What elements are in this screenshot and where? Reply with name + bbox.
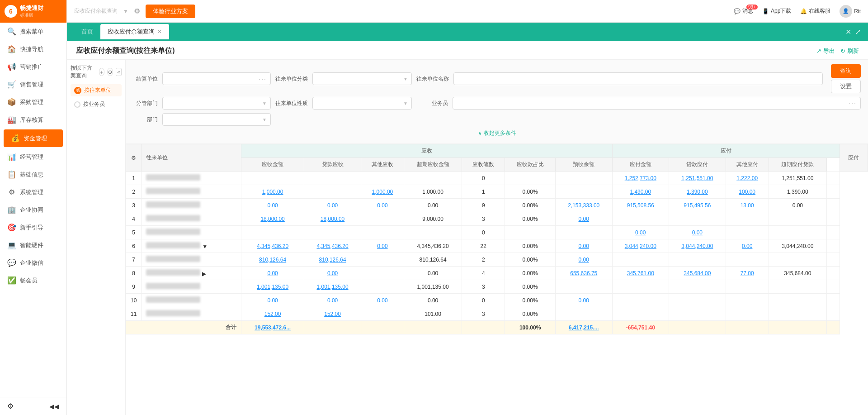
row-loan-ap[interactable]: 345,684.00 (669, 267, 726, 280)
row-ar-amount[interactable]: 18,000.00 (241, 212, 304, 226)
sidebar-item-inventory[interactable]: 🏭 库存核算 (0, 111, 66, 129)
row-ar-amount[interactable]: 0.00 (241, 199, 304, 212)
row-ar-amount[interactable]: 4,345,436.20 (241, 239, 304, 253)
messages-button[interactable]: 💬 消息 99+ (734, 7, 753, 15)
row-other-ap[interactable]: 100.00 (726, 185, 769, 199)
sidebar-item-business[interactable]: 📊 经营管理 (0, 148, 66, 166)
row-other-ap[interactable]: 13.00 (726, 199, 769, 212)
sidebar-item-search-menu[interactable]: 🔍 搜索菜单 (0, 23, 66, 40)
query-mode-by-unit[interactable]: 畅 按往来单位 (71, 84, 122, 96)
tab-ar-ap-query[interactable]: 应收应付余额查询 ✕ (100, 24, 169, 39)
row-ar-amount[interactable]: 0.00 (241, 294, 304, 307)
sidebar-item-purchase[interactable]: 📦 采购管理 (0, 93, 66, 111)
row-loan-ap[interactable]: 3,044,240.00 (669, 239, 726, 253)
salesperson-input[interactable]: ··· (453, 97, 861, 110)
settlement-unit-input[interactable]: ··· (162, 72, 271, 85)
tab-close-window-button[interactable]: ✕ (845, 28, 851, 36)
row-ap-amount[interactable]: 915,508.56 (612, 199, 669, 212)
row-loan-ar[interactable]: 18,000.00 (304, 212, 361, 226)
row-other-ap[interactable]: 77.00 (726, 267, 769, 280)
row-loan-ar[interactable]: 810,126.64 (304, 253, 361, 267)
row-ap-amount[interactable]: 1,490.00 (612, 185, 669, 199)
sidebar-item-enterprise[interactable]: 🏢 企业协同 (0, 201, 66, 219)
row-ar-amount[interactable]: 1,000.00 (241, 185, 304, 199)
export-button[interactable]: ↗ 导出 (816, 47, 835, 55)
partner-category-input[interactable]: ▼ (312, 72, 412, 85)
app-download-button[interactable]: 📱 App下载 (762, 7, 791, 15)
query-settings-btn[interactable]: ⊙ (107, 68, 113, 76)
row-prepay-balance[interactable]: 0.00 (555, 239, 612, 253)
query-collapse-btn[interactable]: « (116, 68, 122, 76)
row-other-ar[interactable]: 0.00 (361, 294, 404, 307)
sidebar-item-finance[interactable]: 💰 资金管理 (4, 129, 63, 147)
row-other-ar[interactable]: 0.00 (361, 199, 404, 212)
collapse-bar[interactable]: ∧ 收起更多条件 (133, 128, 861, 139)
row-ap-amount[interactable]: 1,252,773.00 (612, 172, 669, 185)
managing-dept-input[interactable]: ▼ (162, 97, 271, 110)
row-loan-ap (669, 212, 726, 226)
row-ar-amount[interactable]: 0.00 (241, 267, 304, 280)
row-loan-ar[interactable]: 0.00 (304, 294, 361, 307)
department-input[interactable]: ▼ (162, 113, 271, 126)
row-ap-amount[interactable]: 0.00 (612, 226, 669, 239)
row-loan-ar[interactable]: 4,345,436.20 (304, 239, 361, 253)
refresh-button[interactable]: ↻ 刷新 (840, 47, 859, 55)
wechat-icon: 💬 (7, 258, 16, 267)
row-loan-ap[interactable]: 1,390.00 (669, 185, 726, 199)
row-prepay-balance[interactable]: 655,636.75 (555, 267, 612, 280)
row-loan-ar[interactable]: 152.00 (304, 307, 361, 321)
user-avatar[interactable]: 👤 Rit (840, 5, 861, 18)
row-ar-amount[interactable]: 152.00 (241, 307, 304, 321)
online-service-button[interactable]: 🔔 在线客服 (800, 7, 830, 15)
query-mode-by-staff[interactable]: 按业务员 (71, 98, 122, 110)
row-other-ap[interactable]: 0.00 (726, 239, 769, 253)
sidebar-item-base-info[interactable]: 📋 基础信息 (0, 166, 66, 183)
query-button[interactable]: 查询 (831, 64, 861, 78)
row-prepay-balance[interactable]: 0.00 (555, 294, 612, 307)
sidebar-item-label: 基础信息 (20, 171, 43, 179)
row-other-ap[interactable]: 1,222.00 (726, 172, 769, 185)
tab-close-icon[interactable]: ✕ (157, 29, 162, 35)
sidebar-item-system[interactable]: ⚙ 系统管理 (0, 183, 66, 201)
row-no: 9 (126, 280, 142, 294)
row-loan-ap[interactable]: 915,495.56 (669, 199, 726, 212)
sidebar-item-guide[interactable]: 🎯 新手引导 (0, 219, 66, 236)
tab-home[interactable]: 首页 (74, 24, 100, 39)
row-loan-ap[interactable]: 1,251,551.00 (669, 172, 726, 185)
row-other-ar[interactable]: 1,000.00 (361, 185, 404, 199)
row-ap-amount[interactable]: 345,761.00 (612, 267, 669, 280)
row-other-ar[interactable]: 0.00 (361, 239, 404, 253)
table-settings-header[interactable]: ⚙ (126, 144, 142, 172)
sidebar-item-quick-nav[interactable]: 🏠 快捷导航 (0, 40, 66, 58)
partner-nature-input[interactable]: ▼ (312, 97, 412, 110)
sidebar-bottom[interactable]: ⚙ ◀◀ (0, 397, 66, 415)
sidebar-item-marketing[interactable]: 📢 营销推广 (0, 58, 66, 76)
row-prepay-balance[interactable]: 0.00 (555, 212, 612, 226)
row-prepay-balance[interactable]: 0.00 (555, 253, 612, 267)
row-ar-amount[interactable]: 810,126.64 (241, 253, 304, 267)
row-ar-amount[interactable]: 1,001,135.00 (241, 280, 304, 294)
total-ar-amount[interactable]: 19,553,472.6... (241, 321, 304, 334)
sidebar-item-wechat[interactable]: 💬 企业微信 (0, 254, 66, 272)
set-button[interactable]: 设置 (831, 80, 861, 93)
row-loan-ap[interactable]: 0.00 (669, 226, 726, 239)
row-loan-ar[interactable]: 0.00 (304, 199, 361, 212)
table-ar-count-header: 应收笔数 (462, 158, 505, 172)
partner-name-input[interactable] (453, 72, 823, 85)
topbar-dropdown-icon[interactable]: ▼ (123, 8, 128, 14)
solution-button[interactable]: 体验行业方案 (146, 5, 195, 18)
row-ap-amount[interactable]: 3,044,240.00 (612, 239, 669, 253)
sidebar-item-sales[interactable]: 🛒 销售管理 (0, 76, 66, 93)
row-loan-ar[interactable]: 0.00 (304, 267, 361, 280)
total-prepay-balance[interactable]: 6,417,215.... (555, 321, 612, 334)
sidebar-item-smart-hw[interactable]: 💻 智能硬件 (0, 236, 66, 254)
row-loan-ar[interactable]: 1,001,135.00 (304, 280, 361, 294)
row-other-ar (361, 253, 404, 267)
user-name-label: Rit (854, 8, 861, 14)
topbar-gear-icon[interactable]: ⚙ (134, 7, 140, 15)
row-prepay-balance[interactable]: 2,153,333.00 (555, 199, 612, 212)
sidebar-item-member[interactable]: ✅ 畅会员 (0, 272, 66, 289)
row-overdue-ar: 101.00 (404, 307, 462, 321)
add-query-btn[interactable]: + (99, 68, 105, 76)
tab-maximize-button[interactable]: ⤢ (855, 28, 861, 36)
